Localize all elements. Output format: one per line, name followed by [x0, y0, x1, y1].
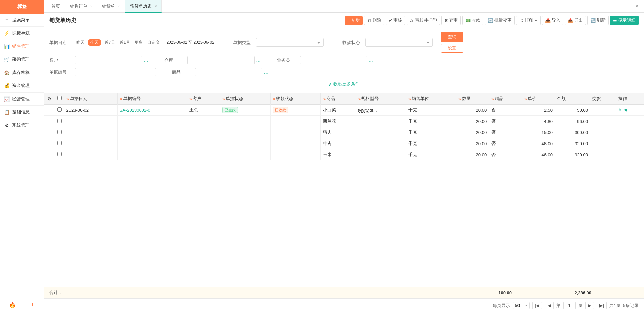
- sales-rep-label: 业务员: [277, 57, 297, 63]
- cell-amount: 50.00: [555, 105, 590, 116]
- first-page-button[interactable]: |◀: [532, 302, 542, 309]
- sidebar-item-purchase-mgmt[interactable]: 🛒 采购管理: [0, 53, 44, 66]
- sidebar-item-basic-info[interactable]: 📋 基础信息: [0, 106, 44, 119]
- th-trade[interactable]: 交货: [590, 93, 616, 105]
- cell-no[interactable]: SA-20230602-0: [117, 105, 187, 116]
- sidebar-item-quick-nav[interactable]: ⚡ 快捷导航: [0, 27, 44, 40]
- th-gift[interactable]: ⇅赠品: [489, 93, 522, 105]
- th-check[interactable]: [55, 93, 64, 105]
- th-doc-status[interactable]: ⇅单据状态: [220, 93, 270, 105]
- page-label: 页: [578, 303, 583, 309]
- row-gear: [44, 149, 55, 160]
- delete-button[interactable]: 🗑 删除: [364, 16, 384, 25]
- footer-total-amount: 2,286.00: [558, 290, 591, 295]
- row-checkbox[interactable]: [57, 119, 62, 123]
- tab-sales-order[interactable]: 销售订单 ×: [65, 0, 97, 13]
- review-button[interactable]: ✔ 审核: [386, 16, 405, 25]
- th-amount[interactable]: 金额: [555, 93, 590, 105]
- import-icon: 📥: [545, 18, 551, 23]
- check-all-checkbox[interactable]: [57, 96, 62, 100]
- sidebar-item-sales-mgmt[interactable]: 📊 销售管理: [0, 40, 44, 53]
- th-customer[interactable]: ⇅客户: [187, 93, 220, 105]
- sales-rep-dots[interactable]: ...: [369, 57, 373, 63]
- set-button[interactable]: 设置: [441, 44, 463, 53]
- sidebar-item-label: 系统管理: [12, 122, 30, 128]
- page-size-select[interactable]: 50 20 100: [513, 302, 530, 309]
- toolbar: 销货单历史 + 新增 🗑 删除 ✔ 审核 🖨 审核并打印 ✖ 弃审 💵 收款: [44, 13, 644, 28]
- sidebar-item-system-mgmt[interactable]: ⚙ 系统管理: [0, 119, 44, 132]
- refresh-button[interactable]: 🔃 刷新: [587, 16, 609, 25]
- table-row: 牛肉千克20.00否46.00920.00: [44, 138, 644, 149]
- th-price[interactable]: ⇅单价: [522, 93, 555, 105]
- customer-dots[interactable]: ...: [144, 57, 148, 63]
- shortcut-yesterday[interactable]: 昨天: [75, 39, 86, 46]
- filter-row-2: 客户 ... 仓库 ... 业务员 ...: [49, 56, 639, 64]
- doc-type-select[interactable]: [256, 38, 324, 47]
- th-qty[interactable]: ⇅数量: [456, 93, 489, 105]
- quick-nav-icon: ⚡: [4, 30, 9, 36]
- th-no[interactable]: ⇅单据编号: [117, 93, 187, 105]
- ops-mgmt-icon: 📈: [4, 96, 9, 102]
- collect-button[interactable]: 💵 收款: [462, 16, 483, 25]
- sales-rep-input[interactable]: [300, 56, 367, 64]
- shortcut-1month[interactable]: 近1月: [118, 39, 132, 46]
- th-goods[interactable]: ⇅商品: [321, 93, 356, 105]
- tab-home[interactable]: 首页: [47, 0, 65, 13]
- row-checkbox[interactable]: [57, 130, 62, 134]
- customer-input[interactable]: [75, 56, 142, 64]
- window-close-button[interactable]: ✕: [632, 4, 641, 9]
- collapse-button[interactable]: ∧ 收起更多条件: [327, 80, 361, 88]
- show-detail-button[interactable]: ☰ 显示明细: [610, 16, 639, 25]
- shortcut-more[interactable]: 更多: [133, 39, 144, 46]
- tab-sales-goods[interactable]: 销货单 ×: [97, 0, 125, 13]
- next-page-button[interactable]: ▶: [585, 302, 594, 309]
- doc-no-input[interactable]: [75, 68, 156, 76]
- shortcut-7days[interactable]: 近7天: [103, 39, 116, 46]
- sidebar-bottom-icons: 🔥 ⏸: [0, 297, 44, 312]
- export-button[interactable]: 📤 导出: [565, 16, 586, 25]
- row-checkbox[interactable]: [57, 141, 62, 145]
- sidebar-item-inventory[interactable]: 🏠 库存核算: [0, 66, 44, 79]
- review-print-button[interactable]: 🖨 审核并打印: [407, 16, 440, 25]
- doc-status-badge: 已生效: [222, 107, 238, 113]
- th-collect-status[interactable]: ⇅收款状态: [271, 93, 321, 105]
- cell-collect-status: [271, 127, 321, 138]
- shortcut-today[interactable]: 今天: [88, 39, 101, 46]
- page-size-label: 每页显示: [493, 303, 510, 309]
- cell-goods: 西兰花: [321, 116, 356, 127]
- doc-no-link[interactable]: SA-20230602-0: [120, 108, 150, 113]
- batch-change-button[interactable]: 🔄 批量变更: [485, 16, 515, 25]
- pause-icon[interactable]: ⏸: [26, 300, 37, 309]
- new-button[interactable]: + 新增: [345, 16, 363, 25]
- tab-sales-history[interactable]: 销货单历史 ×: [125, 0, 162, 13]
- tab-sales-history-close[interactable]: ×: [155, 4, 157, 8]
- print-button[interactable]: 🖨 打印 ▼: [516, 16, 541, 25]
- th-date[interactable]: ⇅单据日期: [64, 93, 117, 105]
- shortcut-custom[interactable]: 自定义: [146, 39, 161, 46]
- th-spec[interactable]: ⇅规格型号: [356, 93, 406, 105]
- sidebar-item-search-menu[interactable]: ≡ 搜索菜单: [0, 14, 44, 27]
- table-row: 猪肉千克20.00否15.00300.00: [44, 127, 644, 138]
- goods-dots[interactable]: ...: [264, 69, 268, 75]
- th-unit[interactable]: ⇅销售单位: [406, 93, 456, 105]
- tab-sales-order-close[interactable]: ×: [90, 4, 92, 8]
- row-checkbox[interactable]: [57, 152, 62, 156]
- edit-icon[interactable]: ✎: [618, 108, 622, 113]
- th-gear[interactable]: ⚙: [44, 93, 55, 105]
- warehouse-input[interactable]: [187, 56, 255, 64]
- warehouse-dots[interactable]: ...: [256, 57, 260, 63]
- row-checkbox[interactable]: [57, 107, 62, 112]
- tab-sales-goods-close[interactable]: ×: [118, 4, 120, 8]
- page-input[interactable]: [563, 302, 576, 309]
- delete-row-icon[interactable]: ✖: [624, 108, 628, 113]
- sidebar-item-finance-mgmt[interactable]: 💰 资金管理: [0, 79, 44, 93]
- import-button[interactable]: 📥 导入: [542, 16, 563, 25]
- prev-page-button[interactable]: ◀: [545, 302, 554, 309]
- query-button[interactable]: 查询: [441, 32, 463, 42]
- fire-icon[interactable]: 🔥: [6, 300, 19, 309]
- goods-input[interactable]: [195, 68, 262, 76]
- last-page-button[interactable]: ▶|: [597, 302, 607, 309]
- sidebar-item-ops-mgmt[interactable]: 📈 经营管理: [0, 93, 44, 106]
- abandon-button[interactable]: ✖ 弃审: [441, 16, 461, 25]
- collect-status-select[interactable]: [365, 38, 433, 47]
